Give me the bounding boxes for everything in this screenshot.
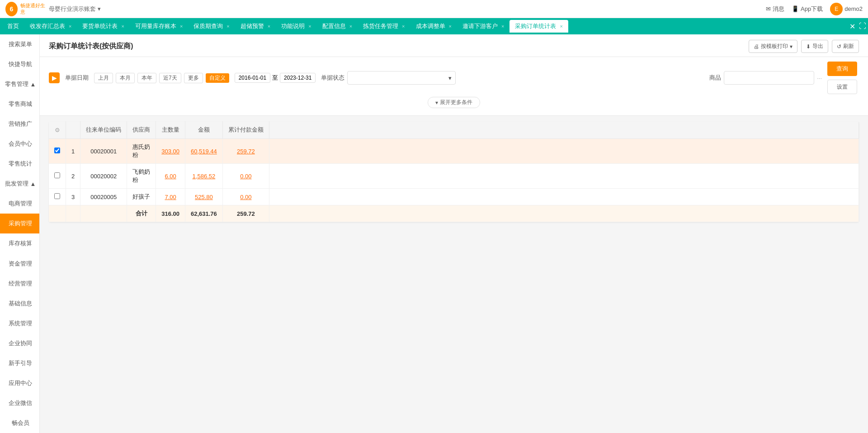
table-row[interactable]: 1 00020001 惠氏奶粉 303.00 60,519.44 259.72 <box>49 139 859 164</box>
date-btn-this-month[interactable]: 本月 <box>116 73 135 83</box>
date-to[interactable]: 2023-12-31 <box>280 73 316 83</box>
sidebar-item-retail-mall[interactable]: 零售商城 <box>0 94 39 114</box>
date-btn-more[interactable]: 更多 <box>184 73 203 83</box>
tab-purchase-stats-close[interactable]: × <box>560 24 562 29</box>
sidebar-item-purchase[interactable]: 采购管理 <box>0 214 39 233</box>
row2-amount[interactable]: 1,586.52 <box>185 164 223 189</box>
tab-config-label: 配置信息 <box>322 22 346 30</box>
sidebar-item-ecommerce[interactable]: 电商管理 <box>0 194 39 214</box>
filter-toggle-button[interactable]: ▶ <box>49 72 60 83</box>
message-icon: ✉ <box>766 5 771 12</box>
th-gear[interactable]: ⚙ <box>49 121 66 139</box>
sidebar-item-marketing[interactable]: 营销推广 <box>0 114 39 134</box>
tab-purchase-stats[interactable]: 采购订单统计表 × <box>509 20 568 33</box>
filter-row: ▶ 单据日期 上月 本月 本年 近7天 更多 自定义 2016-01-01 至 … <box>49 62 859 94</box>
status-filter-select[interactable]: ▾ <box>347 71 456 85</box>
tab-receipt-summary-close[interactable]: × <box>69 24 71 29</box>
sidebar-item-inventory[interactable]: 库存核算 <box>0 233 39 253</box>
sidebar-item-quicknav[interactable]: 快捷导航 <box>0 54 39 74</box>
system-label: 系统管理 <box>9 319 32 328</box>
sidebar-item-app-center[interactable]: 应用中心 <box>0 373 39 393</box>
sidebar-item-retail-stats[interactable]: 零售统计 <box>0 154 39 174</box>
row3-amount[interactable]: 525.80 <box>185 189 223 205</box>
tab-config[interactable]: 配置信息 × <box>317 20 358 33</box>
tab-close-icon[interactable]: ✕ <box>849 22 855 31</box>
query-button[interactable]: 查询 <box>827 62 857 76</box>
row2-qty[interactable]: 6.00 <box>156 164 185 189</box>
tab-maximize-icon[interactable]: ⛶ <box>859 22 866 30</box>
tab-order-stats-close[interactable]: × <box>121 24 124 29</box>
row3-check[interactable] <box>49 189 66 205</box>
row1-amount[interactable]: 60,519.44 <box>185 139 223 164</box>
sidebar-item-search[interactable]: 搜索菜单 <box>0 34 39 54</box>
export-button[interactable]: ⬇ 导出 <box>801 40 828 53</box>
goods-filter-label: 商品 <box>709 74 721 82</box>
sidebar-item-chang-member[interactable]: 畅会员 <box>0 413 39 433</box>
sidebar-item-wholesale[interactable]: 批发管理 ▲ <box>0 174 39 194</box>
tab-inventory[interactable]: 可用量库存账本 × <box>130 20 188 33</box>
date-custom-badge[interactable]: 自定义 <box>206 73 229 83</box>
tab-inventory-close[interactable]: × <box>180 24 183 29</box>
sidebar-item-enterprise-wechat[interactable]: 企业微信 <box>0 393 39 413</box>
workspace-selector[interactable]: 母婴行业演示账套 ▾ <box>45 3 766 15</box>
sidebar-item-member[interactable]: 会员中心 <box>0 134 39 154</box>
table-row[interactable]: 3 00020005 好孩子 7.00 525.80 0.00 <box>49 189 859 205</box>
tab-expiry[interactable]: 保质期查询 × <box>188 20 235 33</box>
footer-amount: 62,631.76 <box>185 205 223 222</box>
user-action[interactable]: E demo2 <box>830 3 863 15</box>
tab-invite-downstream[interactable]: 邀请下游客户 × <box>457 20 509 33</box>
tab-cost-adjust[interactable]: 成本调整单 × <box>410 20 457 33</box>
row2-check[interactable] <box>49 164 66 189</box>
goods-filter-more-icon[interactable]: ··· <box>817 75 822 81</box>
logo-area: 6 畅捷通好生意 <box>5 2 45 16</box>
row1-check[interactable] <box>49 139 66 164</box>
date-btn-7days[interactable]: 近7天 <box>159 73 181 83</box>
sidebar-item-system[interactable]: 系统管理 <box>0 314 39 333</box>
tab-order-stats[interactable]: 要货单统计表 × <box>77 20 129 33</box>
row1-qty[interactable]: 303.00 <box>156 139 185 164</box>
tab-expiry-close[interactable]: × <box>226 24 229 29</box>
row1-paid[interactable]: 259.72 <box>222 139 269 164</box>
goods-filter-input[interactable] <box>724 71 814 85</box>
tab-cost-adjust-close[interactable]: × <box>449 24 452 29</box>
status-filter-wrap: 单据状态 ▾ <box>321 71 704 85</box>
print-button[interactable]: 🖨 按模板打印 ▾ <box>749 40 797 53</box>
sidebar-item-enterprise[interactable]: 企业协同 <box>0 333 39 353</box>
sidebar-item-basic-info[interactable]: 基础信息 <box>0 294 39 314</box>
gear-icon[interactable]: ⚙ <box>55 127 60 133</box>
sidebar-item-finance[interactable]: 资金管理 <box>0 254 39 274</box>
tab-overstock[interactable]: 超储预警 × <box>235 20 276 33</box>
sidebar-item-operations[interactable]: 经营管理 <box>0 274 39 294</box>
sidebar-item-retail-mgmt[interactable]: 零售管理 ▲ <box>0 74 39 94</box>
tab-home[interactable]: 首页 <box>2 20 24 33</box>
message-action[interactable]: ✉ 消息 <box>766 5 784 13</box>
sidebar-item-guide[interactable]: 新手引导 <box>0 353 39 373</box>
date-btn-this-year[interactable]: 本年 <box>137 73 156 83</box>
th-empty <box>269 121 859 139</box>
tab-invite-downstream-label: 邀请下游客户 <box>462 22 498 30</box>
row3-supplier: 好孩子 <box>127 189 156 205</box>
row1-empty <box>269 139 859 164</box>
row3-qty[interactable]: 7.00 <box>156 189 185 205</box>
refresh-button[interactable]: ↺ 刷新 <box>832 40 859 53</box>
tab-pick-task-close[interactable]: × <box>402 24 405 29</box>
settings-button[interactable]: 设置 <box>827 80 857 94</box>
tab-function-desc-close[interactable]: × <box>308 24 311 29</box>
tab-config-close[interactable]: × <box>349 24 352 29</box>
row2-paid[interactable]: 0.00 <box>222 164 269 189</box>
date-from[interactable]: 2016-01-01 <box>235 73 270 83</box>
tab-function-desc[interactable]: 功能说明 × <box>276 20 316 33</box>
guide-label: 新手引导 <box>9 359 32 367</box>
message-label: 消息 <box>773 5 784 13</box>
tab-invite-downstream-close[interactable]: × <box>501 24 504 29</box>
table-row[interactable]: 2 00020002 飞鹤奶粉 6.00 1,586.52 0.00 <box>49 164 859 189</box>
tab-overstock-close[interactable]: × <box>268 24 270 29</box>
expand-conditions-button[interactable]: ▾ 展开更多条件 <box>428 97 480 108</box>
tab-pick-task[interactable]: 拣货任务管理 × <box>358 20 410 33</box>
row3-paid[interactable]: 0.00 <box>222 189 269 205</box>
date-btn-last-month[interactable]: 上月 <box>94 73 113 83</box>
mobile-icon: 📱 <box>792 5 799 12</box>
app-download-action[interactable]: 📱 App下载 <box>792 5 823 13</box>
tab-receipt-summary[interactable]: 收发存汇总表 × <box>24 20 77 33</box>
footer-label: 合计 <box>127 205 156 222</box>
